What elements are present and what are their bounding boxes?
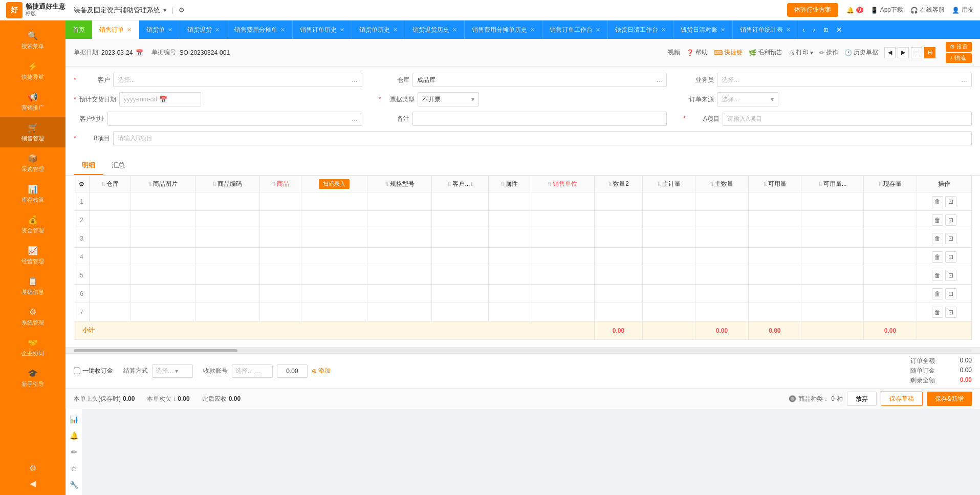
row-2-name[interactable] (259, 211, 301, 229)
tab-home[interactable]: 首页 (66, 20, 92, 39)
row-5-name[interactable] (259, 266, 301, 285)
sidebar-item-finance[interactable]: 💰 资金管理 (0, 209, 66, 240)
row-2-available[interactable] (748, 211, 801, 229)
row-7-customer-code[interactable] (432, 303, 489, 321)
staff-input[interactable]: 选择... … (717, 73, 972, 87)
row-6-image[interactable] (130, 285, 195, 303)
row-3-delete-btn[interactable]: 🗑 (932, 233, 943, 244)
right-panel-bell-icon[interactable]: 🔔 (68, 429, 80, 442)
row-5-main-qty[interactable] (695, 266, 748, 285)
customer-input[interactable]: 选择... … (113, 73, 362, 87)
tab-close-order-history-icon[interactable]: ✕ (340, 27, 344, 33)
col-gear[interactable]: ⚙ (74, 176, 90, 192)
row-7-name[interactable] (259, 303, 301, 321)
row-6-main-unit[interactable] (642, 285, 695, 303)
one-click-checkbox[interactable]: 一键收订金 (74, 367, 113, 375)
sort-icon-11[interactable]: ⇅ (710, 181, 714, 187)
tab-close-sales-invoice-icon[interactable]: ✕ (168, 27, 172, 33)
row-4-stock[interactable] (864, 248, 917, 266)
grid-view-btn[interactable]: ⊞ (924, 47, 935, 58)
row-5-available2[interactable] (801, 266, 864, 285)
next-record-btn[interactable]: ▶ (898, 47, 909, 58)
right-panel-edit-icon[interactable]: ✏ (68, 446, 80, 458)
sort-icon-12[interactable]: ⇅ (763, 181, 767, 187)
solution-btn[interactable]: 体验行业方案 (787, 3, 838, 17)
row-7-image[interactable] (130, 303, 195, 321)
tab-close-icon[interactable]: ✕ (127, 27, 132, 33)
sidebar-item-marketing[interactable]: 📢 营销推广 (0, 86, 66, 117)
row-5-customer-code[interactable] (432, 266, 489, 285)
curr-debt-info-icon[interactable]: ℹ (173, 396, 176, 402)
tab-close-sales-return-icon[interactable]: ✕ (215, 27, 220, 33)
sort-icon-2[interactable]: ⇅ (148, 181, 152, 187)
row-5-stock[interactable] (864, 266, 917, 285)
row-4-available2[interactable] (801, 248, 864, 266)
row-7-qty2[interactable] (595, 303, 642, 321)
row-1-stock[interactable] (864, 192, 917, 211)
row-4-name[interactable] (259, 248, 301, 266)
row-3-qty2[interactable] (595, 229, 642, 248)
right-panel-star-icon[interactable]: ☆ (68, 462, 80, 475)
info-icon[interactable]: ℹ (471, 181, 473, 187)
invoice-select[interactable]: 不开票 ▾ (418, 92, 479, 106)
row-6-delete-btn[interactable]: 🗑 (932, 288, 943, 299)
row-3-customer-code[interactable] (432, 229, 489, 248)
row-4-main-unit[interactable] (642, 248, 695, 266)
sort-icon-5[interactable]: ⇅ (385, 181, 389, 187)
help-btn[interactable]: ❓ 帮助 (686, 48, 708, 57)
notification-icon[interactable]: 🔔 9 (846, 7, 863, 14)
right-panel-tool-icon[interactable]: 🔧 (68, 479, 80, 491)
discard-btn[interactable]: 放弃 (847, 392, 877, 406)
tab-return-history[interactable]: 销货退货历史 ✕ (405, 20, 465, 39)
row-7-unit[interactable] (530, 303, 595, 321)
row-4-unit[interactable] (530, 248, 595, 266)
tab-close-return-history-icon[interactable]: ✕ (452, 27, 457, 33)
row-2-main-unit[interactable] (642, 211, 695, 229)
right-panel-chart-icon[interactable]: 📊 (68, 413, 80, 425)
settings-bottom-icon[interactable]: ⚙ (27, 462, 38, 474)
row-3-attr[interactable] (489, 229, 530, 248)
row-1-image[interactable] (130, 192, 195, 211)
tab-order-history[interactable]: 销售订单历史 ✕ (293, 20, 352, 39)
row-6-customer-code[interactable] (432, 285, 489, 303)
table-scrollbar[interactable] (66, 347, 980, 353)
tab-close-reconcile-icon[interactable]: ✕ (721, 27, 725, 33)
list-view-btn[interactable]: ≡ (911, 47, 922, 58)
row-7-main-unit[interactable] (642, 303, 695, 321)
sort-icon-4[interactable]: ⇅ (272, 181, 276, 187)
method-select[interactable]: 选择... ▾ (152, 364, 193, 378)
row-6-copy-btn[interactable]: ⊡ (945, 288, 956, 299)
sort-icon-9[interactable]: ⇅ (608, 181, 612, 187)
row-2-code[interactable] (195, 211, 259, 229)
save-draft-btn[interactable]: 保存草稿 (881, 392, 923, 406)
row-4-available[interactable] (748, 248, 801, 266)
tab-sales-return[interactable]: 销货退货 ✕ (180, 20, 227, 39)
online-service[interactable]: 🎧 在线客服 (910, 6, 945, 14)
tab-reconcile[interactable]: 钱货日清对账 ✕ (673, 20, 733, 39)
row-3-spec[interactable] (367, 229, 432, 248)
sidebar-item-nav[interactable]: ⚡ 快捷导航 (0, 55, 66, 86)
profit-btn[interactable]: 🌿 毛利预告 (749, 48, 782, 57)
row-2-attr[interactable] (489, 211, 530, 229)
sidebar-item-purchase[interactable]: 📦 采购管理 (0, 147, 66, 178)
row-3-available[interactable] (748, 229, 801, 248)
tab-close-cost-history-icon[interactable]: ✕ (530, 27, 535, 33)
row-6-attr[interactable] (489, 285, 530, 303)
row-2-delete-btn[interactable]: 🗑 (932, 214, 943, 226)
row-6-qty2[interactable] (595, 285, 642, 303)
tab-stats[interactable]: 销售订单统计表 ✕ (733, 20, 798, 39)
row-7-code[interactable] (195, 303, 259, 321)
row-6-name[interactable] (259, 285, 301, 303)
view-btn[interactable]: 视频 (668, 48, 680, 57)
tab-sales-invoice[interactable]: 销货单 ✕ (139, 20, 180, 39)
row-7-available2[interactable] (801, 303, 864, 321)
row-2-customer-code[interactable] (432, 211, 489, 229)
row-5-copy-btn[interactable]: ⊡ (945, 270, 956, 281)
row-5-code[interactable] (195, 266, 259, 285)
delivery-input[interactable]: yyyy-mm-dd 📅 (119, 92, 201, 106)
sidebar-item-guide[interactable]: 🎓 新手引导 (0, 362, 66, 393)
sort-icon-6[interactable]: ⇅ (447, 181, 451, 187)
row-4-code[interactable] (195, 248, 259, 266)
row-7-main-qty[interactable] (695, 303, 748, 321)
sort-icon-10[interactable]: ⇅ (657, 181, 661, 187)
